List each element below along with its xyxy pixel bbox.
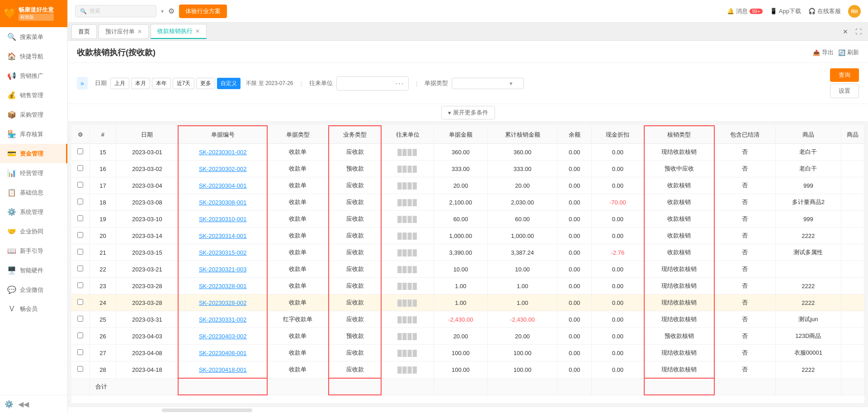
cell-checkbox[interactable] (71, 345, 90, 361)
cell-checkbox[interactable] (71, 261, 90, 278)
tab-payable[interactable]: 预计应付单 ✕ (99, 24, 149, 39)
row-checkbox[interactable] (77, 199, 83, 204)
app-download-button[interactable]: 📱 App下载 (770, 7, 801, 15)
cell-has-settled: 否 (714, 361, 775, 379)
row-checkbox[interactable] (77, 165, 83, 171)
cell-goods2 (841, 194, 864, 211)
sidebar-item-basic[interactable]: 📋 基础信息 (0, 183, 67, 202)
partner-input[interactable]: ··· (336, 76, 409, 90)
cell-biz-type: 应收款 (329, 361, 382, 379)
row-checkbox[interactable] (77, 148, 83, 154)
cell-checkbox[interactable] (71, 244, 90, 261)
cell-order-no[interactable]: SK-20230304-001 (178, 177, 267, 194)
cell-checkbox[interactable] (71, 211, 90, 228)
payable-tab-close-icon[interactable]: ✕ (137, 28, 142, 35)
cell-order-no[interactable]: SK-20230310-001 (178, 211, 267, 228)
row-checkbox[interactable] (77, 349, 83, 355)
row-checkbox[interactable] (77, 366, 83, 372)
sidebar-nav: 🔍 搜索菜单 🏠 快捷导航 📢 营销推广 💰 销售管理 📦 采购管理 🏪 库存核… (0, 27, 67, 395)
collapse-sidebar-icon[interactable]: ◀◀ (18, 400, 29, 408)
horizontal-scrollbar[interactable] (162, 408, 252, 412)
col-header-settings[interactable]: ⚙ (71, 126, 90, 144)
topbar-gear-icon[interactable]: ⚙ (168, 7, 175, 15)
sidebar-item-funds[interactable]: 💳 资金管理 (0, 144, 67, 163)
cell-checkbox[interactable] (71, 194, 90, 211)
row-checkbox[interactable] (77, 249, 83, 255)
last-month-button[interactable]: 上月 (110, 78, 129, 89)
cell-order-no[interactable]: SK-20230308-001 (178, 194, 267, 211)
cell-checkbox[interactable] (71, 144, 90, 161)
sidebar-item-purchase[interactable]: 📦 采购管理 (0, 105, 67, 124)
cell-partner: ████ (381, 278, 434, 294)
custom-date-button[interactable]: 自定义 (217, 78, 241, 89)
cell-order-no[interactable]: SK-20230301-002 (178, 144, 267, 161)
row-checkbox[interactable] (77, 182, 83, 188)
cell-amount: 20.00 (434, 177, 487, 194)
cell-checkbox[interactable] (71, 328, 90, 345)
sidebar-item-sales[interactable]: 💰 销售管理 (0, 85, 67, 105)
cell-order-no[interactable]: SK-20230408-001 (178, 345, 267, 361)
maximize-window-icon[interactable]: ⛶ (853, 27, 864, 36)
more-date-button[interactable]: 更多 (196, 78, 215, 89)
settings-filter-button[interactable]: 设置 (830, 84, 859, 98)
row-checkbox[interactable] (77, 282, 83, 288)
sidebar-item-operations[interactable]: 📊 经营管理 (0, 163, 67, 183)
row-checkbox[interactable] (77, 232, 83, 238)
close-window-icon[interactable]: ✕ (840, 27, 851, 36)
topbar-search-box[interactable]: 🔍 搜索 (75, 5, 156, 17)
cell-order-no[interactable]: SK-20230302-002 (178, 161, 267, 177)
cell-checkbox[interactable] (71, 161, 90, 177)
cell-order-no[interactable]: SK-20230331-002 (178, 311, 267, 328)
sidebar-item-collab[interactable]: 🤝 企业协同 (0, 222, 67, 241)
row-checkbox[interactable] (77, 215, 83, 221)
sidebar-item-hardware[interactable]: 🖥️ 智能硬件 (0, 261, 67, 280)
doc-type-select[interactable]: ▾ (452, 78, 524, 89)
sidebar-item-marketing[interactable]: 📢 营销推广 (0, 66, 67, 85)
row-checkbox[interactable] (77, 316, 83, 322)
cell-order-no[interactable]: SK-20230328-001 (178, 278, 267, 294)
sidebar-item-inventory[interactable]: 🏪 库存核算 (0, 124, 67, 144)
cell-order-no[interactable]: SK-20230403-002 (178, 328, 267, 345)
sidebar-item-search[interactable]: 🔍 搜索菜单 (0, 27, 67, 47)
tab-home[interactable]: 首页 (71, 24, 97, 39)
topbar-dropdown-arrow[interactable]: ▾ (161, 8, 164, 14)
cell-checkbox[interactable] (71, 228, 90, 244)
notifications-button[interactable]: 🔔 消息 99+ (727, 7, 763, 15)
sidebar-item-guide[interactable]: 📖 新手引导 (0, 241, 67, 261)
tab-receivable-cancel[interactable]: 收款核销执行 ✕ (151, 24, 207, 39)
last-7-days-button[interactable]: 近7天 (173, 78, 195, 89)
export-button[interactable]: 📤 导出 (813, 48, 834, 57)
cell-checkbox[interactable] (71, 311, 90, 328)
data-table-container: ⚙ # 日期 单据编号 单据类型 业务类型 往来单位 单据金额 累计核销金额 余… (71, 125, 864, 403)
cell-order-no[interactable]: SK-20230321-003 (178, 261, 267, 278)
cell-checkbox[interactable] (71, 177, 90, 194)
query-button[interactable]: 查询 (830, 68, 859, 82)
expand-more-button[interactable]: ▾ 展开更多条件 (441, 106, 495, 119)
cell-checkbox[interactable] (71, 278, 90, 294)
cell-order-no[interactable]: SK-20230315-002 (178, 244, 267, 261)
row-checkbox[interactable] (77, 299, 83, 305)
sidebar-item-quick-nav[interactable]: 🏠 快捷导航 (0, 47, 67, 66)
settings-bottom-icon[interactable]: ⚙️ (5, 400, 14, 408)
cell-order-no[interactable]: SK-20230418-001 (178, 361, 267, 379)
row-checkbox[interactable] (77, 266, 83, 271)
receivable-cancel-tab-close-icon[interactable]: ✕ (195, 28, 200, 34)
sidebar-item-member[interactable]: V 畅会员 (0, 299, 67, 318)
refresh-button[interactable]: 🔄 刷新 (838, 48, 859, 57)
cell-date: 2023-03-04 (116, 177, 178, 194)
cell-cancel-amount: 360.00 (488, 144, 557, 161)
sidebar-item-system[interactable]: ⚙️ 系统管理 (0, 202, 67, 222)
row-checkbox[interactable] (77, 332, 83, 338)
industry-solution-button[interactable]: 体验行业方案 (179, 5, 227, 18)
this-month-button[interactable]: 本月 (131, 78, 150, 89)
cell-checkbox[interactable] (71, 361, 90, 379)
cell-checkbox[interactable] (71, 294, 90, 311)
filter-toggle-button[interactable]: » (77, 77, 88, 90)
this-year-button[interactable]: 本年 (152, 78, 171, 89)
sidebar-item-wechat[interactable]: 💬 企业微信 (0, 280, 67, 299)
col-settings-icon[interactable]: ⚙ (78, 131, 83, 138)
cell-order-no[interactable]: SK-20230314-001 (178, 228, 267, 244)
online-support-button[interactable]: 🎧 在线客服 (808, 7, 841, 15)
user-avatar[interactable]: Rit (848, 5, 861, 18)
cell-order-no[interactable]: SK-20230328-002 (178, 294, 267, 311)
